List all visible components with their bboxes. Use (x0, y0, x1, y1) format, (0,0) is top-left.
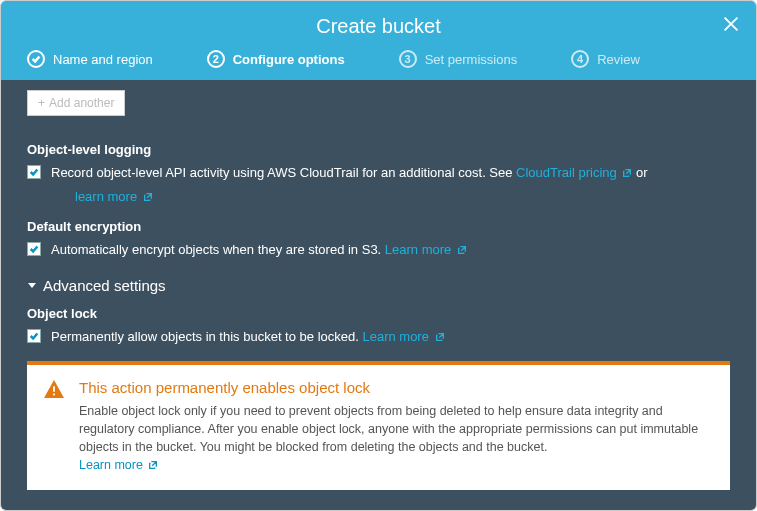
step-label: Name and region (53, 52, 153, 67)
object-lock-text: Permanently allow objects in this bucket… (51, 329, 362, 344)
cloudtrail-pricing-link[interactable]: CloudTrail pricing (516, 165, 636, 180)
step-number: 2 (207, 50, 225, 68)
logging-checkbox[interactable] (27, 165, 41, 179)
encryption-checkbox[interactable] (27, 242, 41, 256)
default-encryption-title: Default encryption (27, 219, 730, 234)
warning-icon (43, 379, 65, 476)
plus-icon: + (38, 96, 45, 110)
svg-marker-2 (28, 283, 36, 288)
modal-body: + Add another Object-level logging Recor… (1, 80, 756, 510)
advanced-settings-toggle[interactable]: Advanced settings (27, 277, 730, 294)
step-name-region[interactable]: Name and region (27, 50, 153, 68)
add-another-button[interactable]: + Add another (27, 90, 125, 116)
object-lock-warning: This action permanently enables object l… (27, 361, 730, 490)
learn-more-link[interactable]: learn more (75, 187, 153, 208)
step-label: Set permissions (425, 52, 517, 67)
step-set-permissions[interactable]: 3 Set permissions (399, 50, 517, 68)
external-link-icon (143, 188, 153, 208)
warning-content: This action permanently enables object l… (79, 379, 714, 476)
object-level-logging-title: Object-level logging (27, 142, 730, 157)
external-link-icon (148, 457, 158, 475)
encryption-text: Automatically encrypt objects when they … (51, 242, 385, 257)
close-icon (720, 13, 742, 35)
logging-text-wrap: Record object-level API activity using A… (51, 163, 648, 207)
step-number: 4 (571, 50, 589, 68)
modal-header: Create bucket Name and region 2 Configur… (1, 1, 756, 80)
wizard-steps: Name and region 2 Configure options 3 Se… (1, 50, 756, 80)
check-icon (27, 50, 45, 68)
svg-rect-4 (53, 394, 55, 396)
object-lock-title: Object lock (27, 306, 730, 321)
object-lock-text-wrap: Permanently allow objects in this bucket… (51, 327, 445, 348)
logging-text: Record object-level API activity using A… (51, 165, 516, 180)
advanced-settings-title: Advanced settings (43, 277, 166, 294)
encryption-text-wrap: Automatically encrypt objects when they … (51, 240, 467, 261)
object-lock-checkbox[interactable] (27, 329, 41, 343)
add-another-label: Add another (49, 96, 114, 110)
external-link-icon (435, 328, 445, 348)
encryption-row: Automatically encrypt objects when they … (27, 240, 730, 261)
warning-learn-more-link[interactable]: Learn more (79, 458, 158, 472)
encryption-learn-more-link[interactable]: Learn more (385, 242, 467, 257)
modal-title: Create bucket (1, 11, 756, 50)
step-label: Review (597, 52, 640, 67)
logging-row: Record object-level API activity using A… (27, 163, 730, 207)
or-text: or (636, 165, 648, 180)
warning-body: Enable object lock only if you need to p… (79, 404, 698, 454)
step-configure-options[interactable]: 2 Configure options (207, 50, 345, 68)
external-link-icon (457, 241, 467, 261)
step-number: 3 (399, 50, 417, 68)
create-bucket-modal: Create bucket Name and region 2 Configur… (0, 0, 757, 511)
object-lock-row: Permanently allow objects in this bucket… (27, 327, 730, 348)
warning-title: This action permanently enables object l… (79, 379, 714, 396)
warning-body-wrap: Enable object lock only if you need to p… (79, 402, 714, 476)
external-link-icon (622, 164, 632, 184)
step-review[interactable]: 4 Review (571, 50, 640, 68)
svg-rect-3 (53, 386, 55, 391)
step-label: Configure options (233, 52, 345, 67)
caret-down-icon (27, 278, 37, 293)
close-button[interactable] (720, 13, 742, 39)
object-lock-learn-more-link[interactable]: Learn more (362, 329, 444, 344)
